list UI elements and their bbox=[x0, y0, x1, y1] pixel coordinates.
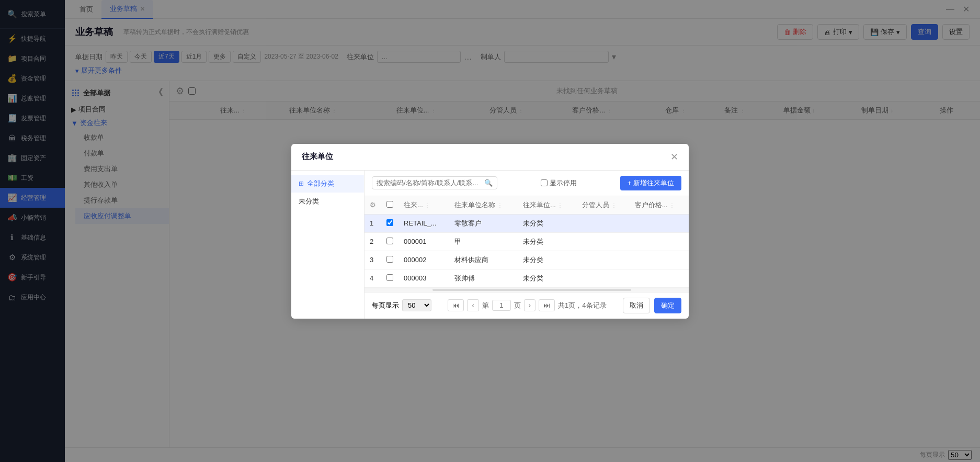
modal-select-all[interactable] bbox=[386, 201, 393, 208]
modal-search-box: 🔍 bbox=[372, 176, 497, 189]
row-name-2: 材料供应商 bbox=[449, 251, 518, 269]
row-code-3: 000003 bbox=[398, 269, 449, 287]
row-num-1: 2 bbox=[364, 232, 381, 251]
row-manager-0 bbox=[577, 214, 630, 232]
row-code-2: 000002 bbox=[398, 251, 449, 269]
show-disabled-toggle: 显示停用 bbox=[541, 178, 577, 188]
modal-search-input[interactable] bbox=[377, 179, 481, 187]
modal-sidebar: ⊞ 全部分类 未分类 bbox=[291, 171, 364, 319]
page-number-input[interactable] bbox=[492, 300, 511, 311]
modal-col-checkbox bbox=[381, 196, 398, 215]
row-code-0: RETAIL_... bbox=[398, 214, 449, 232]
modal-col-code: 往来... ⋮ bbox=[398, 196, 449, 215]
modal-table-area: ⚙ 往来... ⋮ 往来单位名称 ⋮ 往来单位... ⋮ 分管人员 ⋮ 客户价格… bbox=[364, 196, 689, 288]
confirm-btn[interactable]: 确定 bbox=[654, 298, 681, 313]
show-disabled-checkbox[interactable] bbox=[541, 179, 548, 186]
modal-main: 🔍 显示停用 + 新增往来单位 ⚙ bbox=[364, 171, 689, 319]
scrollbar-thumb[interactable] bbox=[432, 289, 631, 291]
counterpart-modal: 往来单位 ✕ ⊞ 全部分类 未分类 🔍 bbox=[291, 144, 689, 319]
row-category-3: 未分类 bbox=[518, 269, 577, 287]
row-category-2: 未分类 bbox=[518, 251, 577, 269]
modal-per-page-select[interactable]: 50 100 bbox=[402, 299, 431, 311]
modal-close-btn[interactable]: ✕ bbox=[670, 151, 678, 163]
row-num-2: 3 bbox=[364, 251, 381, 269]
row-name-3: 张帅傅 bbox=[449, 269, 518, 287]
row-price-1 bbox=[630, 232, 689, 251]
modal-table-row[interactable]: 2 000001 甲 未分类 bbox=[364, 232, 689, 251]
modal-title: 往来单位 bbox=[302, 152, 333, 162]
modal-scrollbar bbox=[364, 288, 689, 292]
row-category-1: 未分类 bbox=[518, 232, 577, 251]
modal-body: ⊞ 全部分类 未分类 🔍 显示停用 bbox=[291, 171, 689, 319]
modal-toolbar: 🔍 显示停用 + 新增往来单位 bbox=[364, 171, 689, 196]
row-name-0: 零散客户 bbox=[449, 214, 518, 232]
search-icon: 🔍 bbox=[484, 179, 493, 187]
row-price-2 bbox=[630, 251, 689, 269]
grid-small-icon: ⊞ bbox=[299, 180, 304, 187]
row-code-1: 000001 bbox=[398, 232, 449, 251]
last-page-btn[interactable]: ⏭ bbox=[539, 299, 555, 311]
modal-table: ⚙ 往来... ⋮ 往来单位名称 ⋮ 往来单位... ⋮ 分管人员 ⋮ 客户价格… bbox=[364, 196, 689, 288]
row-checkbox-3[interactable] bbox=[381, 269, 398, 287]
row-num-0: 1 bbox=[364, 214, 381, 232]
pagination: ⏮ ‹ 第 页 › ⏭ 共1页，4条记录 bbox=[448, 299, 606, 311]
row-name-1: 甲 bbox=[449, 232, 518, 251]
modal-col-cat: 往来单位... ⋮ bbox=[518, 196, 577, 215]
first-page-btn[interactable]: ⏮ bbox=[448, 299, 464, 311]
modal-per-page: 每页显示 50 100 bbox=[372, 299, 431, 311]
modal-col-settings: ⚙ bbox=[364, 196, 381, 215]
cancel-btn[interactable]: 取消 bbox=[623, 298, 650, 313]
row-manager-2 bbox=[577, 251, 630, 269]
row-num-3: 4 bbox=[364, 269, 381, 287]
row-price-3 bbox=[630, 269, 689, 287]
modal-table-row[interactable]: 3 000002 材料供应商 未分类 bbox=[364, 251, 689, 269]
modal-table-row[interactable]: 4 000003 张帅傅 未分类 bbox=[364, 269, 689, 287]
row-category-0: 未分类 bbox=[518, 214, 577, 232]
prev-page-btn[interactable]: ‹ bbox=[467, 299, 478, 311]
modal-footer: 每页显示 50 100 ⏮ ‹ 第 页 › ⏭ 共1页 bbox=[364, 292, 689, 319]
next-page-btn[interactable]: › bbox=[524, 299, 535, 311]
modal-col-name: 往来单位名称 ⋮ bbox=[449, 196, 518, 215]
modal-col-manager: 分管人员 ⋮ bbox=[577, 196, 630, 215]
row-checkbox-1[interactable] bbox=[381, 232, 398, 251]
row-checkbox-2[interactable] bbox=[381, 251, 398, 269]
modal-overlay: 往来单位 ✕ ⊞ 全部分类 未分类 🔍 bbox=[0, 0, 980, 462]
modal-col-price: 客户价格... ⋮ bbox=[630, 196, 689, 215]
row-manager-3 bbox=[577, 269, 630, 287]
row-checkbox-0[interactable] bbox=[381, 214, 398, 232]
modal-table-row[interactable]: 1 RETAIL_... 零散客户 未分类 bbox=[364, 214, 689, 232]
new-counterpart-btn[interactable]: + 新增往来单位 bbox=[620, 176, 681, 190]
modal-sidebar-uncategorized[interactable]: 未分类 bbox=[291, 193, 364, 210]
row-price-0 bbox=[630, 214, 689, 232]
modal-actions: 取消 确定 bbox=[623, 298, 681, 313]
modal-header: 往来单位 ✕ bbox=[291, 144, 689, 171]
modal-sidebar-all[interactable]: ⊞ 全部分类 bbox=[291, 175, 364, 193]
row-manager-1 bbox=[577, 232, 630, 251]
